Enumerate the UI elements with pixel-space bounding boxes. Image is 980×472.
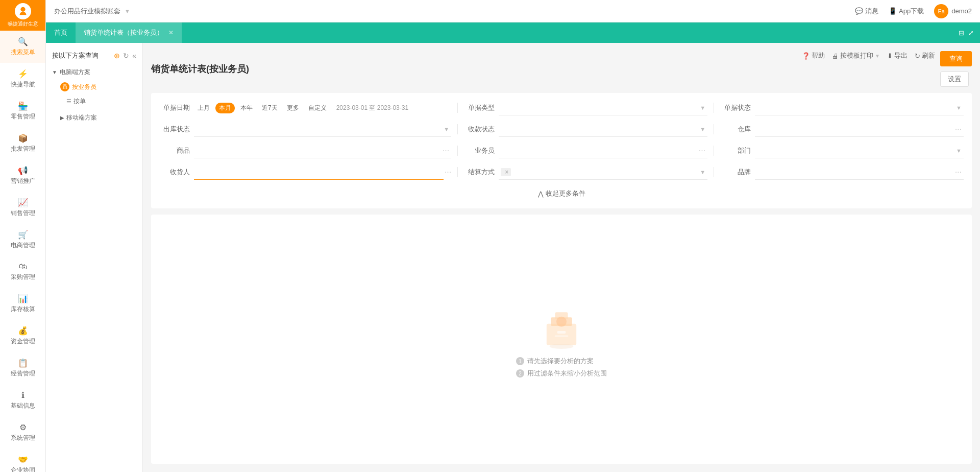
add-scheme-icon[interactable]: ⊕ xyxy=(114,52,120,60)
sidebar-item-system[interactable]: ⚙ 系统管理 xyxy=(0,416,46,449)
settle-select[interactable]: × ▼ xyxy=(499,164,707,180)
refresh-button[interactable]: ↻ 刷新 xyxy=(915,51,935,60)
empty-hints: 1 请先选择要分析的方案 2 用过滤条件来缩小分析范围 xyxy=(516,357,607,378)
tab-sales-stat-label: 销货单统计表（按业务员） xyxy=(84,28,163,37)
divider-7 xyxy=(457,167,458,177)
settle-tag-close-icon[interactable]: × xyxy=(505,169,508,176)
right-panel: 销货单统计表(按业务员) ❓ 帮助 🖨 按模板打印 ▼ ⬇ xyxy=(143,43,980,472)
divider-3 xyxy=(457,124,458,134)
warehouse-label: 仓库 xyxy=(720,125,755,134)
filter-row-3: 商品 ··· 业务员 ··· xyxy=(159,143,964,158)
mobile-scheme-title[interactable]: ▶ 移动端方案 xyxy=(46,110,142,125)
tab-close-icon[interactable]: ✕ xyxy=(168,29,174,36)
sidebar-item-label: 搜索菜单 xyxy=(11,48,35,57)
inventory-icon: 📊 xyxy=(18,294,28,303)
app-download-label: App下载 xyxy=(899,7,924,16)
sidebar-item-marketing[interactable]: 📢 营销推广 xyxy=(0,159,46,192)
user-menu[interactable]: Ea demo2 xyxy=(934,4,972,18)
help-button[interactable]: ❓ 帮助 xyxy=(802,51,825,60)
dept-chevron-icon: ▼ xyxy=(956,148,962,154)
mobile-scheme-arrow-icon: ▶ xyxy=(60,115,64,121)
consignee-input[interactable] xyxy=(194,164,444,180)
doc-type-label: 单据类型 xyxy=(464,103,499,112)
sidebar-item-wholesale[interactable]: 📦 批发管理 xyxy=(0,127,46,159)
message-icon: 💬 xyxy=(855,7,863,15)
query-button[interactable]: 查询 xyxy=(940,51,972,66)
doc-type-select[interactable]: ▼ xyxy=(499,100,707,115)
sidebar-item-management[interactable]: 📋 经营管理 xyxy=(0,352,46,384)
empty-state: 1 请先选择要分析的方案 2 用过滤条件来缩小分析范围 xyxy=(151,215,972,464)
doc-status-chevron-icon: ▼ xyxy=(956,105,962,111)
date-btn-this-year[interactable]: 本年 xyxy=(237,103,256,113)
sidebar-item-inventory[interactable]: 📊 库存核算 xyxy=(0,288,46,320)
setting-button[interactable]: 设置 xyxy=(940,72,969,87)
left-panel-title: 按以下方案查询 xyxy=(52,51,99,60)
collab-icon: 🤝 xyxy=(18,455,28,464)
sidebar-item-label: 库存核算 xyxy=(11,305,35,314)
scheme-sub-order[interactable]: ☰ 按单 xyxy=(46,95,142,108)
left-panel-icons: ⊕ ↻ « xyxy=(114,52,136,60)
left-panel-header: 按以下方案查询 ⊕ ↻ « xyxy=(46,48,142,63)
messages-button[interactable]: 💬 消息 xyxy=(855,7,878,16)
hint-num-1: 1 xyxy=(516,357,524,365)
sidebar-item-label: 营销推广 xyxy=(11,177,35,185)
tab-home[interactable]: 首页 xyxy=(46,22,76,43)
svg-point-5 xyxy=(550,344,574,349)
print-dropdown-icon: ▼ xyxy=(875,53,880,59)
sidebar-item-quick-nav[interactable]: ⚡ 快捷导航 xyxy=(0,63,46,95)
sidebar-item-search[interactable]: 🔍 搜索菜单 xyxy=(0,31,46,63)
wholesale-icon: 📦 xyxy=(18,133,28,143)
top-header: 办公用品行业模拟账套 ▼ 💬 消息 📱 App下载 Ea demo2 xyxy=(46,0,980,22)
scheme-item-salesman[interactable]: 员 按业务员 xyxy=(46,79,142,95)
sidebar-item-purchase[interactable]: 🛍 采购管理 xyxy=(0,256,46,288)
sidebar-item-basic-info[interactable]: ℹ 基础信息 xyxy=(0,384,46,416)
filter-settle-item: 结算方式 × ▼ xyxy=(464,164,707,180)
header-left: 办公用品行业模拟账套 ▼ xyxy=(54,7,130,16)
out-status-select[interactable]: ▼ xyxy=(194,122,451,137)
print-icon: 🖨 xyxy=(832,52,839,60)
sidebar-item-ecommerce[interactable]: 🛒 电商管理 xyxy=(0,224,46,256)
date-btn-custom[interactable]: 自定义 xyxy=(305,103,330,113)
app-download-button[interactable]: 📱 App下载 xyxy=(889,7,924,16)
help-label: 帮助 xyxy=(812,51,825,60)
tab-sales-stat[interactable]: 销货单统计表（按业务员） ✕ xyxy=(76,22,182,43)
purchase-icon: 🛍 xyxy=(19,262,27,271)
marketing-icon: 📢 xyxy=(18,166,28,175)
salesman-select[interactable]: ··· xyxy=(499,143,707,158)
print-button[interactable]: 🖨 按模板打印 ▼ xyxy=(832,51,880,60)
warehouse-select[interactable]: ··· xyxy=(755,122,964,137)
settle-tag[interactable]: × xyxy=(501,168,511,176)
svg-point-4 xyxy=(556,317,567,327)
date-btn-7days[interactable]: 近7天 xyxy=(258,103,281,113)
receive-status-select[interactable]: ▼ xyxy=(499,122,707,137)
filter-dept-item: 部门 ▼ xyxy=(720,143,964,158)
collapse-panel-icon[interactable]: « xyxy=(132,52,136,60)
sidebar-item-label: 批发管理 xyxy=(11,145,35,153)
export-button[interactable]: ⬇ 导出 xyxy=(887,51,908,60)
goods-select[interactable]: ··· xyxy=(194,143,451,158)
left-panel: 按以下方案查询 ⊕ ↻ « ▼ 电脑端方案 员 按业务员 ☰ 按单 xyxy=(46,43,143,472)
date-btn-more[interactable]: 更多 xyxy=(283,103,303,113)
sidebar-item-finance[interactable]: 💰 资金管理 xyxy=(0,320,46,352)
date-label: 单据日期 xyxy=(159,103,194,112)
dropdown-icon: ▼ xyxy=(125,8,130,14)
refresh-scheme-icon[interactable]: ↻ xyxy=(123,52,129,60)
doc-status-select[interactable]: ▼ xyxy=(755,100,964,115)
date-btn-last-month[interactable]: 上月 xyxy=(194,103,213,113)
brand-select[interactable]: ··· xyxy=(755,164,964,180)
goods-label: 商品 xyxy=(159,146,194,155)
dept-select[interactable]: ▼ xyxy=(755,143,964,158)
date-btn-this-month[interactable]: 本月 xyxy=(215,103,235,113)
sidebar-item-sales[interactable]: 📈 销售管理 xyxy=(0,192,46,224)
desktop-scheme-section: ▼ 电脑端方案 员 按业务员 ☰ 按单 xyxy=(46,63,142,110)
sidebar-item-collab[interactable]: 🤝 企业协同 xyxy=(0,449,46,472)
settle-chevron-icon: ▼ xyxy=(700,169,705,175)
sidebar-item-label: 采购管理 xyxy=(11,273,35,281)
collapse-arrow-icon: ⋀ xyxy=(538,190,544,198)
tab-minimize-icon[interactable]: ⊟ xyxy=(959,29,964,37)
goods-dots-icon: ··· xyxy=(443,146,449,155)
tab-expand-icon[interactable]: ⤢ xyxy=(968,29,974,37)
collapse-button[interactable]: ⋀ 收起更多条件 xyxy=(538,189,585,198)
sidebar-item-retail[interactable]: 🏪 零售管理 xyxy=(0,95,46,127)
desktop-scheme-title[interactable]: ▼ 电脑端方案 xyxy=(46,65,142,79)
